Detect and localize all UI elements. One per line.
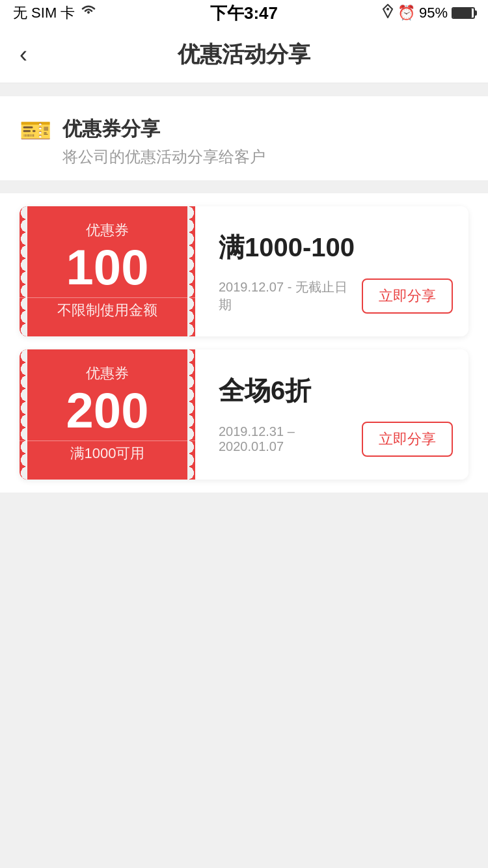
back-button[interactable]: ‹ <box>20 41 27 68</box>
nav-title: 优惠活动分享 <box>178 40 310 70</box>
status-time: 下午3:47 <box>210 2 278 25</box>
coupon-amount-0: 100 <box>66 243 149 292</box>
coupon-condition-1: 满1000可用 <box>20 441 195 466</box>
share-button-0[interactable]: 立即分享 <box>362 278 453 314</box>
coupon-amount-1: 200 <box>66 386 149 435</box>
coupon-card: 优惠券 200 满1000可用 全场6折 2019.12.31 – 2020.0… <box>20 349 468 480</box>
coupon-meta-1: 2019.12.31 – 2020.01.07 立即分享 <box>219 422 453 457</box>
coupon-left-0: 优惠券 100 不限制使用金额 <box>20 206 195 336</box>
carrier-text: 无 SIM 卡 <box>13 3 75 23</box>
wifi-icon <box>80 5 97 21</box>
coupon-title-0: 满1000-100 <box>219 230 453 265</box>
section-description: 将公司的优惠活动分享给客户 <box>62 146 265 167</box>
coupon-right-1: 全场6折 2019.12.31 – 2020.01.07 立即分享 <box>195 349 468 480</box>
coupon-label-1: 优惠券 <box>86 364 129 383</box>
coupon-date-1: 2019.12.31 – 2020.01.07 <box>219 424 355 454</box>
coupon-section-icon: 🎫 <box>20 117 52 143</box>
coupon-meta-0: 2019.12.07 - 无截止日期 立即分享 <box>219 278 453 314</box>
coupon-title-1: 全场6折 <box>219 373 453 409</box>
coupon-condition-0: 不限制使用金额 <box>20 297 195 323</box>
coupon-date-0: 2019.12.07 - 无截止日期 <box>219 278 355 314</box>
nav-bar: ‹ 优惠活动分享 <box>0 26 488 83</box>
page-background <box>0 493 488 857</box>
coupon-label-0: 优惠券 <box>86 221 129 240</box>
coupon-right-0: 满1000-100 2019.12.07 - 无截止日期 立即分享 <box>195 206 468 336</box>
svg-point-0 <box>386 8 389 10</box>
location-icon <box>382 4 394 22</box>
battery-icon <box>452 7 475 19</box>
status-bar: 无 SIM 卡 下午3:47 ⏰ 95% <box>0 0 488 26</box>
section-heading: 优惠券分享 <box>62 116 265 142</box>
status-left: 无 SIM 卡 <box>13 3 97 23</box>
section-header: 🎫 优惠券分享 将公司的优惠活动分享给客户 <box>0 96 488 180</box>
section-text: 优惠券分享 将公司的优惠活动分享给客户 <box>62 116 265 167</box>
coupon-left-1: 优惠券 200 满1000可用 <box>20 349 195 480</box>
battery-percent: 95% <box>419 5 448 21</box>
share-button-1[interactable]: 立即分享 <box>362 422 453 457</box>
status-right: ⏰ 95% <box>382 4 475 22</box>
coupons-list: 优惠券 100 不限制使用金额 满1000-100 2019.12.07 - 无… <box>0 193 488 493</box>
coupon-card: 优惠券 100 不限制使用金额 满1000-100 2019.12.07 - 无… <box>20 206 468 336</box>
alarm-icon: ⏰ <box>398 5 415 21</box>
